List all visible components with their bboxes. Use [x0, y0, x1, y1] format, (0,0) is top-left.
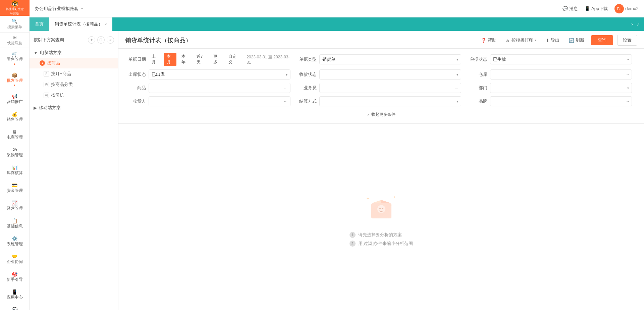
brand-field[interactable]: ··· — [490, 96, 632, 106]
corp-collab-label: 企业协同 — [7, 259, 23, 265]
warehouse-field[interactable]: ··· — [490, 69, 632, 80]
settings-scheme-btn[interactable]: ⊙ — [97, 36, 105, 44]
filter-row-2: 出库状态 已出库 ▾ 收款状态 ▾ 仓库 — [125, 69, 637, 80]
sidebar-item-inventory[interactable]: 📊 库存核算 — [0, 161, 29, 179]
tabbar: 首页 销货单统计表（按商品） × × ⤢ — [30, 17, 644, 31]
sidebar-item-wholesale[interactable]: 📦 批发管理 ▲ — [0, 69, 29, 90]
date-btn-thismonth[interactable]: 本月 — [164, 53, 177, 66]
staff-field[interactable]: ··· — [319, 83, 461, 93]
scheme-item-driver[interactable]: 司 按司机 — [30, 90, 118, 101]
collapse-filter-btn[interactable]: ∧ 收起更多条件 — [125, 110, 637, 119]
goods-dots[interactable]: ··· — [284, 86, 287, 90]
sidebar-item-marketing[interactable]: 📢 营销推广 — [0, 90, 29, 108]
finance-label: 资金管理 — [7, 188, 23, 194]
retail-icon: 🛒 — [12, 51, 17, 57]
refresh-btn[interactable]: 🔄 刷新 — [566, 36, 587, 45]
help-btn[interactable]: ❓ 帮助 — [478, 36, 499, 45]
tab-home[interactable]: 首页 — [30, 17, 49, 31]
receiver-dots[interactable]: ··· — [284, 99, 287, 104]
dept-label: 部门 — [467, 85, 490, 91]
export-icon: ⬇ — [546, 38, 549, 43]
sidebar-item-basics[interactable]: 📋 基础信息 — [0, 215, 29, 232]
pc-section-header[interactable]: ▼ 电脑端方案 — [30, 48, 118, 58]
docstatus-field[interactable]: 已生效 ▾ — [490, 54, 632, 64]
industry-title: 办公用品行业模拟账套 — [35, 6, 78, 12]
refresh-icon: 🔄 — [569, 38, 574, 43]
sidebar-item-system[interactable]: ⚙️ 系统管理 — [0, 232, 29, 250]
outstatus-field[interactable]: 已出库 ▾ — [149, 69, 290, 80]
empty-steps: 1 请先选择要分析的方案 2 用[过滤]条件来缩小分析范围 — [350, 232, 413, 249]
sidebar-item-appcenter[interactable]: 📱 应用中心 — [0, 286, 29, 304]
filter-col-receiver: 收货人 ··· — [125, 96, 296, 106]
filter-col-dept: 部门 ▾ — [467, 83, 637, 93]
filter-col-collectstatus: 收款状态 ▾ — [296, 69, 467, 80]
sidebar-item-retail[interactable]: 🛒 零售管理 ▲ — [0, 48, 29, 69]
tab-close-all-icon[interactable]: × — [631, 22, 634, 27]
date-btn-last7days[interactable]: 近7天 — [194, 53, 208, 66]
topbar-right: 💬 消息 📱 App下载 Ea demo2 — [562, 4, 639, 13]
newbie-icon: 🎯 — [12, 271, 17, 277]
scheme-item-by-goods-label: 按商品 — [47, 60, 60, 66]
filter-col-staff: 业务员 ··· — [296, 83, 467, 93]
tab-close-btn[interactable]: × — [105, 22, 107, 26]
sidebar-item-sales[interactable]: 💰 销售管理 — [0, 108, 29, 126]
print-icon: 🖨 — [506, 38, 510, 43]
sidebar-item-finance[interactable]: 💳 资金管理 — [0, 179, 29, 197]
scheme-item-category[interactable]: 类 按商品分类 — [30, 79, 118, 90]
collectstatus-field[interactable]: ▾ — [319, 69, 461, 80]
sidebar-quick-nav[interactable]: ⊞ 快捷导航 — [0, 33, 29, 48]
app-logo[interactable]: 🐯 畅捷通好生意 标账版 — [0, 0, 30, 16]
doctype-value: 销货单 — [322, 56, 335, 62]
sidebar-item-wechat[interactable]: 💬 企业微信 — [0, 304, 29, 310]
svg-text:✦: ✦ — [366, 196, 370, 201]
settle-label: 结算方式 — [296, 98, 319, 104]
export-btn[interactable]: ⬇ 导出 — [543, 36, 562, 45]
sidebar-item-management[interactable]: 📈 经营管理 — [0, 197, 29, 215]
sidebar-search[interactable]: 🔍 搜索菜单 — [0, 16, 29, 33]
staff-dots[interactable]: ··· — [455, 86, 458, 90]
scheme-item-by-goods[interactable]: ● 按商品 — [30, 58, 118, 68]
date-btn-more[interactable]: 更多 — [210, 53, 223, 66]
user-menu[interactable]: Ea demo2 — [614, 4, 639, 13]
brand-dots[interactable]: ··· — [626, 99, 629, 104]
app-download-btn[interactable]: 📱 App下载 — [585, 6, 608, 12]
collapse-arrow-icon: ∧ — [367, 112, 370, 117]
query-btn[interactable]: 查询 — [591, 35, 613, 45]
sidebar-item-purchase[interactable]: 🛍 采购管理 — [0, 144, 29, 161]
svg-point-3 — [377, 205, 385, 213]
sidebar-item-newbie[interactable]: 🎯 新手引导 — [0, 268, 29, 286]
receiver-label: 收货人 — [125, 98, 149, 104]
receiver-field[interactable]: ··· — [149, 96, 290, 106]
message-icon: 💬 — [562, 6, 568, 11]
settings-btn[interactable]: 设置 — [617, 35, 637, 46]
tab-maximize-icon[interactable]: ⤢ — [636, 22, 640, 27]
filter-col-outstatus: 出库状态 已出库 ▾ — [125, 69, 296, 80]
date-btn-custom[interactable]: 自定义 — [225, 53, 242, 66]
left-panel-title: 按以下方案查询 — [34, 37, 64, 43]
logo-text: 畅捷通好生意 — [6, 7, 24, 11]
collapse-panel-btn[interactable]: « — [107, 36, 114, 44]
svg-text:✦: ✦ — [390, 204, 392, 207]
step1-num: 1 — [350, 232, 356, 238]
dept-field[interactable]: ▾ — [490, 83, 632, 93]
date-btn-thisyear[interactable]: 本年 — [178, 53, 192, 66]
sidebar-item-ecommerce[interactable]: 🖥 电商管理 — [0, 126, 29, 144]
mobile-section-header[interactable]: ▶ 移动端方案 — [30, 103, 118, 113]
message-btn[interactable]: 💬 消息 — [562, 6, 578, 12]
empty-illustration: ✦ ✦ ✦ — [361, 185, 401, 225]
tab-sales-stats[interactable]: 销货单统计表（按商品） × — [49, 17, 112, 31]
search-icon: 🔍 — [12, 18, 17, 24]
date-btn-lastmonth[interactable]: 上月 — [149, 53, 162, 66]
scheme-item-month-goods[interactable]: 月 按月+商品 — [30, 68, 118, 79]
goods-field[interactable]: ··· — [149, 83, 290, 93]
print-label: 按模板打印 — [512, 37, 533, 43]
scheme-item-driver-label: 按司机 — [51, 92, 64, 98]
add-scheme-btn[interactable]: + — [88, 36, 95, 44]
sidebar-item-corp-collab[interactable]: 🤝 企业协同 — [0, 250, 29, 268]
purchase-icon: 🛍 — [12, 147, 17, 152]
warehouse-dots[interactable]: ··· — [626, 72, 629, 77]
doctype-field[interactable]: 销货单 ▾ — [319, 54, 461, 64]
print-btn[interactable]: 🖨 按模板打印 ▾ — [503, 36, 539, 45]
settle-field[interactable]: ▾ — [319, 96, 461, 106]
brand-label: 品牌 — [467, 98, 490, 104]
